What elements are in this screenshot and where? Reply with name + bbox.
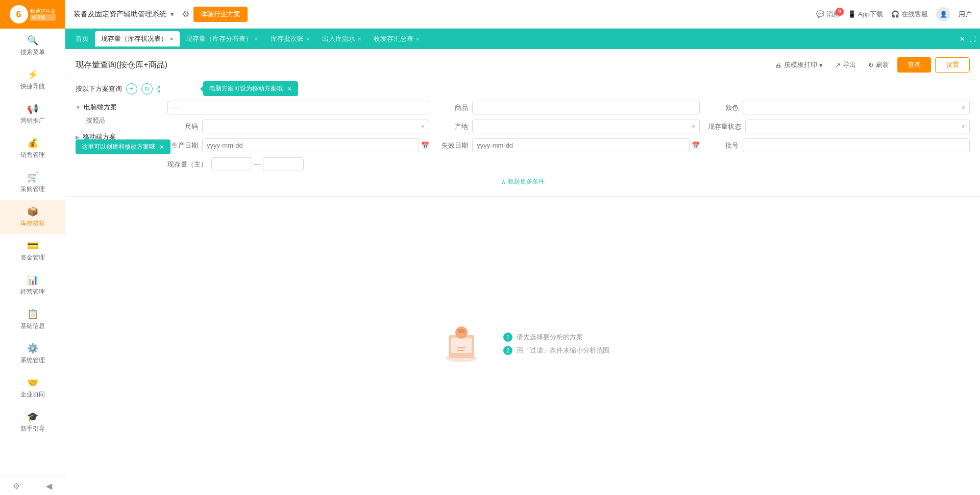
edit-tooltip: 这里可以创建和修改方案哦 ✕ [76, 139, 170, 154]
logo-text: 畅通好生意 标准版 [30, 8, 56, 21]
tab-close-all-icon[interactable]: ✕ [960, 35, 965, 43]
goods-select[interactable]: ··· [472, 101, 699, 114]
tab-close-icon[interactable]: ✕ [169, 36, 174, 42]
export-button[interactable]: ↗ 导出 [831, 58, 860, 72]
scheme-tooltip-close[interactable]: ✕ [287, 85, 292, 92]
sidebar-item-operation[interactable]: 📊 经营管理 [0, 268, 65, 302]
print-button[interactable]: 🖨 按模板打印 ▾ [771, 58, 827, 72]
logo-icon: 6 [10, 5, 28, 23]
chevron-down-icon: ▾ [421, 123, 425, 130]
sidebar-item-search[interactable]: 🔍 搜索菜单 [0, 29, 65, 63]
sidebar: 6 畅通好生意 标准版 🔍 搜索菜单 ⚡ 快捷导航 📢 营销推广 💰 销售管理 … [0, 0, 65, 495]
filter-field-status: 现存量状态 ▾ [708, 120, 970, 133]
user-name: 用户 [959, 10, 972, 19]
tab-inventory-batch[interactable]: 库存批次账 ✕ [264, 31, 316, 46]
size-select[interactable]: ▾ [202, 120, 429, 133]
set-button[interactable]: 设置 [935, 57, 970, 73]
calendar-icon[interactable]: 📅 [692, 142, 700, 149]
filter-field-mfg-date: 生产日期 📅 [167, 138, 429, 152]
tab-home[interactable]: 首页 [69, 31, 95, 46]
chevron-down-icon: ▾ [962, 123, 965, 130]
tab-close-icon[interactable]: ✕ [357, 36, 361, 42]
warehouse-select[interactable]: ··· [167, 101, 429, 114]
filter-fields: ··· 商品 ··· 颜色 [167, 101, 970, 173]
sidebar-item-basic-info[interactable]: 📋 基础信息 [0, 302, 65, 337]
filter-row-4: 现存量（主） — [167, 157, 970, 171]
filter-label: 按以下方案查询 [76, 84, 122, 93]
support-button[interactable]: 🎧 在线客服 [891, 10, 928, 19]
batch-input[interactable] [743, 138, 970, 152]
refresh-scheme-button[interactable]: ↻ [141, 83, 153, 95]
sidebar-item-guide[interactable]: 🎓 新手引导 [0, 405, 65, 439]
mfg-date-start-input[interactable] [202, 138, 419, 152]
filter-header: 按以下方案查询 + ↻ ⟪ 电脑方案可设为移动方案哦 ✕ [76, 83, 970, 95]
chevron-down-icon: ▾ [962, 104, 965, 111]
sidebar-item-inventory[interactable]: 📦 库存核算 [0, 200, 65, 234]
edit-tooltip-close[interactable]: ✕ [159, 144, 164, 151]
sidebar-item-system[interactable]: ⚙️ 系统管理 [0, 337, 65, 371]
collapse-filter-button[interactable]: ∧ 收起更多条件 [76, 173, 970, 190]
filter-field-exp-date: 失效日期 📅 [437, 138, 699, 152]
sidebar-item-finance[interactable]: 💳 资金管理 [0, 234, 65, 268]
stock-qty-max-input[interactable] [263, 157, 304, 171]
filter-row-1: ··· 商品 ··· 颜色 [167, 101, 970, 114]
filter-field-size: 尺码 ▾ [167, 120, 429, 133]
scheme-desktop[interactable]: ▼ 电脑端方案 [76, 101, 157, 114]
sidebar-item-marketing[interactable]: 📢 营销推广 [0, 97, 65, 131]
tab-inventory-batch-label: 库存批次账 [271, 34, 304, 43]
empty-illustration [436, 320, 487, 372]
scheme-tooltip-text: 电脑方案可设为移动方案哦 [209, 84, 283, 93]
scheme-desktop-sub[interactable]: 按照品 [76, 114, 157, 127]
arrow-left-icon[interactable]: ⟪ [157, 85, 161, 93]
empty-step-1: 1 请先选择要分析的方案 [503, 333, 609, 342]
phone-icon: 📱 [848, 10, 856, 18]
tab-inventory-status[interactable]: 现存量（库存状况表） ✕ [95, 31, 180, 46]
scheme-tree: ▼ 电脑端方案 按照品 ▶ 移动端方案 这里可以创 [76, 101, 157, 173]
header-left: 装备及固定资产辅助管理系统 ▾ ⚙ 体验行业方案 [74, 7, 248, 22]
sidebar-item-quick-nav[interactable]: ⚡ 快捷导航 [0, 63, 65, 97]
sidebar-item-sales[interactable]: 💰 销售管理 [0, 131, 65, 166]
header-settings-icon[interactable]: ⚙ [182, 9, 189, 19]
filter-field-stock-qty: 现存量（主） — [167, 157, 304, 171]
edit-tooltip-text: 这里可以创建和修改方案哦 [82, 143, 155, 151]
refresh-button[interactable]: ↻ 刷新 [864, 58, 893, 72]
filter-field-batch: 批号 [708, 138, 970, 152]
app-download-button[interactable]: 📱 App下载 [848, 10, 883, 19]
filter-area: 按以下方案查询 + ↻ ⟪ 电脑方案可设为移动方案哦 ✕ ▼ 电 [65, 77, 980, 197]
filter-field-warehouse: ··· [167, 101, 429, 114]
industry-button[interactable]: 体验行业方案 [193, 7, 248, 22]
status-select[interactable]: ▾ [745, 120, 970, 133]
tab-close-icon[interactable]: ✕ [415, 36, 420, 42]
purchase-icon: 🛒 [27, 172, 38, 183]
system-selector[interactable]: ▾ [170, 10, 174, 18]
filter-field-color: 颜色 ▾ [708, 101, 970, 114]
collapse-sidebar-icon[interactable]: ◀ [46, 481, 52, 491]
stock-qty-min-input[interactable] [211, 157, 252, 171]
tab-close-icon[interactable]: ✕ [306, 36, 310, 42]
tab-receive-summary-label: 收发存汇总表 [374, 34, 413, 43]
settings-bottom-icon[interactable]: ⚙ [13, 481, 20, 491]
calendar-icon[interactable]: 📅 [421, 142, 429, 149]
guide-icon: 🎓 [27, 411, 38, 422]
tab-inout-flow-label: 出入库流水 [322, 34, 355, 43]
tab-inout-flow[interactable]: 出入库流水 ✕ [316, 31, 368, 46]
user-avatar[interactable]: 👤 [936, 7, 950, 21]
query-button[interactable]: 查询 [897, 57, 931, 73]
system-title: 装备及固定资产辅助管理系统 [74, 10, 166, 19]
add-scheme-button[interactable]: + [126, 83, 137, 95]
tab-inventory-dist[interactable]: 现存量（库存分布表） ✕ [180, 31, 264, 46]
sidebar-item-purchase[interactable]: 🛒 采购管理 [0, 166, 65, 200]
color-select[interactable]: ▾ [743, 101, 970, 114]
sidebar-item-enterprise[interactable]: 🤝 企业协同 [0, 371, 65, 405]
tab-close-icon[interactable]: ✕ [254, 36, 258, 42]
svg-rect-4 [458, 329, 464, 333]
tab-receive-summary[interactable]: 收发存汇总表 ✕ [368, 31, 426, 46]
tab-fullscreen-icon[interactable]: ⛶ [969, 35, 976, 43]
origin-select[interactable]: ▾ [472, 120, 699, 133]
page-title: 现存量查询(按仓库+商品) [76, 60, 167, 70]
tab-bar: 首页 现存量（库存状况表） ✕ 现存量（库存分布表） ✕ 库存批次账 ✕ 出入库… [65, 29, 980, 49]
notification-button[interactable]: 💬 9 消息 [816, 10, 840, 19]
exp-date-start-input[interactable] [472, 138, 689, 152]
scheme-tooltip: 电脑方案可设为移动方案哦 ✕ [203, 81, 298, 96]
chevron-down-icon: ▾ [819, 61, 823, 69]
